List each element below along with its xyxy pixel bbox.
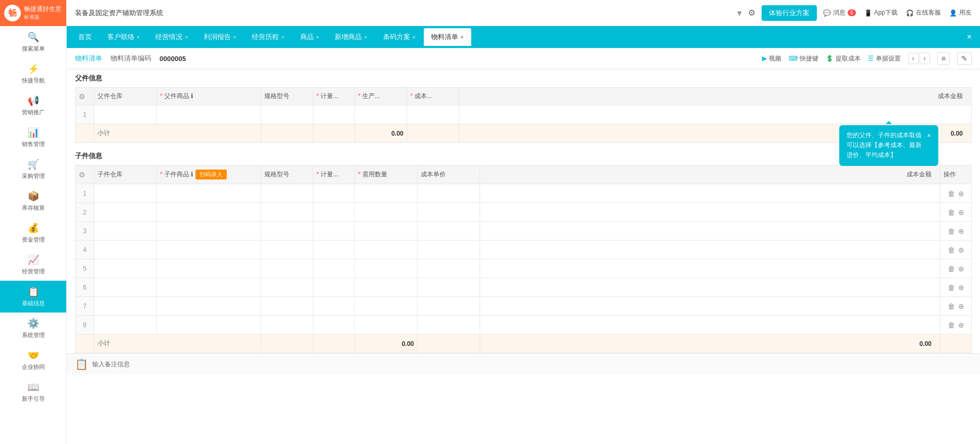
child-qty-2[interactable]	[355, 203, 418, 222]
dropdown-icon[interactable]: ▾	[737, 7, 742, 19]
tab-profit[interactable]: 利润报告 ×	[197, 28, 243, 46]
child-price-5[interactable]	[418, 259, 480, 278]
child-warehouse-3[interactable]	[94, 222, 157, 241]
app-download-item[interactable]: 📱 App下载	[864, 8, 898, 17]
parent-gear-icon[interactable]: ⚙	[79, 92, 85, 101]
copy-icon-4[interactable]: ⊕	[958, 246, 964, 254]
child-spec-4[interactable]	[261, 241, 313, 259]
child-product-4[interactable]	[157, 241, 261, 259]
tab-customer[interactable]: 客户联络 ×	[100, 28, 147, 46]
sidebar-item-inventory[interactable]: 📦 库存核算	[0, 185, 66, 217]
note-text[interactable]: 输入备注信息	[92, 360, 130, 369]
sidebar-item-search[interactable]: 🔍 搜索菜单	[0, 26, 66, 58]
sidebar-item-basicinfo[interactable]: 📋 基础信息	[0, 281, 66, 313]
tab-operation[interactable]: 经营情况 ×	[148, 28, 195, 46]
gear-icon[interactable]: ⚙	[748, 8, 755, 18]
nav-next-btn[interactable]: ›	[920, 53, 930, 64]
parent-prod-1[interactable]	[355, 105, 407, 124]
nav-prev-btn[interactable]: ‹	[908, 53, 918, 64]
child-qty-4[interactable]	[355, 241, 418, 259]
toolbar-extract-cost[interactable]: 💲 提取成本	[826, 54, 861, 63]
tab-goods-close[interactable]: ×	[316, 34, 319, 40]
sidebar-item-guide[interactable]: 📖 新手引导	[0, 376, 66, 408]
experience-btn[interactable]: 体验行业方案	[762, 5, 817, 21]
parent-cost-1[interactable]	[407, 105, 459, 124]
child-qty-6[interactable]	[355, 278, 418, 297]
online-service-item[interactable]: 🎧 在线客服	[906, 8, 941, 17]
msg-item[interactable]: 💬 消息 6	[823, 8, 856, 17]
user-item[interactable]: 👤 用友	[949, 8, 972, 17]
child-price-2[interactable]	[418, 203, 480, 222]
tab-bom[interactable]: 物料清单 ×	[424, 28, 471, 46]
child-unit-7[interactable]	[313, 297, 355, 316]
child-product-5[interactable]	[157, 259, 261, 278]
tooltip-close[interactable]: ×	[927, 130, 931, 141]
parent-unit-1[interactable]	[313, 105, 355, 124]
delete-icon-7[interactable]: 🗑	[948, 302, 955, 310]
child-warehouse-4[interactable]	[94, 241, 157, 259]
child-spec-8[interactable]	[261, 316, 313, 334]
toolbar-single-settings[interactable]: ☰ 单据设置	[868, 54, 901, 63]
delete-icon-1[interactable]: 🗑	[948, 189, 955, 198]
child-spec-2[interactable]	[261, 203, 313, 222]
parent-warehouse-1[interactable]	[94, 105, 157, 124]
sidebar-item-quicknav[interactable]: ⚡ 快捷导航	[0, 58, 66, 90]
child-spec-6[interactable]	[261, 278, 313, 297]
child-unit-5[interactable]	[313, 259, 355, 278]
tab-goods[interactable]: 商品 ×	[293, 28, 326, 46]
child-qty-8[interactable]	[355, 316, 418, 334]
tab-profit-close[interactable]: ×	[233, 34, 236, 40]
child-warehouse-8[interactable]	[94, 316, 157, 334]
breadcrumb-parent[interactable]: 物料清单	[75, 54, 102, 63]
tab-history-close[interactable]: ×	[281, 34, 284, 40]
child-price-6[interactable]	[418, 278, 480, 297]
child-warehouse-5[interactable]	[94, 259, 157, 278]
tab-operation-close[interactable]: ×	[185, 34, 188, 40]
nav-menu-btn[interactable]: ≡	[937, 52, 950, 65]
nav-edit-btn[interactable]: ✎	[957, 52, 972, 65]
child-warehouse-6[interactable]	[94, 278, 157, 297]
child-product-3[interactable]	[157, 222, 261, 241]
scan-btn[interactable]: 扫码录入	[195, 170, 227, 179]
child-product-2[interactable]	[157, 203, 261, 222]
child-price-4[interactable]	[418, 241, 480, 259]
child-qty-5[interactable]	[355, 259, 418, 278]
child-price-8[interactable]	[418, 316, 480, 334]
sidebar-item-purchase[interactable]: 🛒 采购管理	[0, 153, 66, 185]
tab-newgoods[interactable]: 新增商品 ×	[327, 28, 374, 46]
copy-icon-3[interactable]: ⊕	[958, 227, 964, 235]
child-unit-1[interactable]	[313, 184, 355, 203]
delete-icon-5[interactable]: 🗑	[948, 265, 955, 273]
tab-customer-close[interactable]: ×	[137, 34, 140, 40]
child-unit-8[interactable]	[313, 316, 355, 334]
nav-close-all[interactable]: ×	[963, 30, 976, 44]
sidebar-item-system[interactable]: ⚙️ 系统管理	[0, 313, 66, 344]
child-warehouse-1[interactable]	[94, 184, 157, 203]
toolbar-view[interactable]: ▶ 视频	[762, 54, 781, 63]
child-warehouse-7[interactable]	[94, 297, 157, 316]
child-unit-2[interactable]	[313, 203, 355, 222]
sidebar-item-marketing[interactable]: 📢 营销推广	[0, 90, 66, 122]
delete-icon-8[interactable]: 🗑	[948, 321, 955, 329]
copy-icon-7[interactable]: ⊕	[958, 302, 964, 310]
copy-icon-6[interactable]: ⊕	[958, 283, 964, 292]
child-spec-1[interactable]	[261, 184, 313, 203]
child-product-7[interactable]	[157, 297, 261, 316]
tab-barcode-close[interactable]: ×	[412, 34, 415, 40]
delete-icon-6[interactable]: 🗑	[948, 283, 955, 292]
child-qty-1[interactable]	[355, 184, 418, 203]
delete-icon-3[interactable]: 🗑	[948, 227, 955, 235]
tab-bom-close[interactable]: ×	[460, 34, 463, 40]
sidebar-item-sales[interactable]: 📊 销售管理	[0, 122, 66, 153]
child-spec-3[interactable]	[261, 222, 313, 241]
delete-icon-4[interactable]: 🗑	[948, 246, 955, 254]
delete-icon-2[interactable]: 🗑	[948, 208, 955, 217]
tab-history[interactable]: 经营历程 ×	[244, 28, 291, 46]
tab-home[interactable]: 首页	[71, 28, 99, 46]
child-spec-7[interactable]	[261, 297, 313, 316]
tab-newgoods-close[interactable]: ×	[364, 34, 367, 40]
child-unit-3[interactable]	[313, 222, 355, 241]
sidebar-item-enterprise[interactable]: 🤝 企业协同	[0, 344, 66, 376]
child-gear-icon[interactable]: ⚙	[79, 171, 85, 179]
tab-barcode[interactable]: 条码方案 ×	[376, 28, 423, 46]
